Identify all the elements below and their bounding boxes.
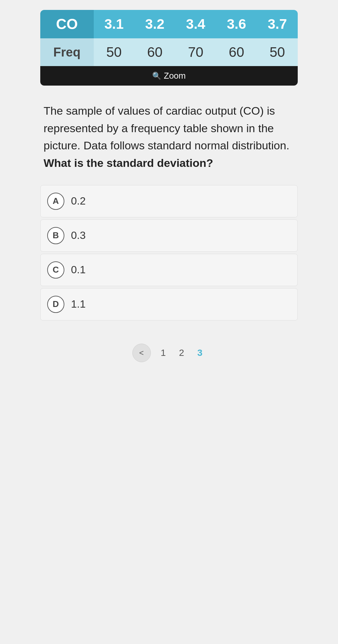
- option-row-d[interactable]: D 1.1: [40, 288, 298, 321]
- col-header-co: CO: [40, 10, 94, 38]
- nav-page-1[interactable]: 1: [157, 346, 169, 360]
- question-text: The sample of values of cardiac output (…: [40, 102, 298, 172]
- zoom-icon: 🔍: [152, 72, 161, 80]
- question-normal-text: The sample of values of cardiac output (…: [44, 104, 289, 152]
- option-row-a[interactable]: A 0.2: [40, 185, 298, 217]
- col-header-32: 3.2: [134, 10, 175, 38]
- table-data-row: Freq 50 60 70 60 50: [40, 38, 298, 66]
- col-header-37: 3.7: [257, 10, 298, 38]
- option-text-a: 0.2: [71, 195, 85, 207]
- option-circle-b: B: [47, 227, 64, 244]
- option-circle-d: D: [47, 296, 64, 313]
- col-header-36: 3.6: [216, 10, 257, 38]
- frequency-table: CO 3.1 3.2 3.4 3.6 3.7 Freq 50 60 70 60 …: [40, 10, 298, 86]
- option-row-c[interactable]: C 0.1: [40, 254, 298, 286]
- option-row-b[interactable]: B 0.3: [40, 219, 298, 252]
- row-cell-70: 70: [175, 38, 216, 66]
- data-table: CO 3.1 3.2 3.4 3.6 3.7 Freq 50 60 70 60 …: [40, 10, 298, 66]
- row-label-freq: Freq: [40, 38, 94, 66]
- option-text-d: 1.1: [71, 298, 85, 310]
- row-cell-60a: 60: [134, 38, 175, 66]
- zoom-label: Zoom: [164, 71, 186, 81]
- table-header-row: CO 3.1 3.2 3.4 3.6 3.7: [40, 10, 298, 38]
- option-circle-c: C: [47, 261, 64, 279]
- bottom-navigation: < 1 2 3: [40, 340, 298, 365]
- row-cell-50b: 50: [257, 38, 298, 66]
- col-header-34: 3.4: [175, 10, 216, 38]
- option-circle-a: A: [47, 193, 64, 210]
- nav-back-button[interactable]: <: [132, 344, 151, 362]
- nav-page-3[interactable]: 3: [194, 346, 206, 360]
- nav-page-2[interactable]: 2: [176, 346, 187, 360]
- col-header-31: 3.1: [94, 10, 135, 38]
- question-bold-text: What is the standard deviation?: [44, 157, 213, 169]
- zoom-bar[interactable]: 🔍 Zoom: [40, 66, 298, 86]
- option-text-b: 0.3: [71, 229, 85, 242]
- option-text-c: 0.1: [71, 264, 85, 276]
- options-container: A 0.2 B 0.3 C 0.1 D 1.1: [40, 185, 298, 321]
- row-cell-50a: 50: [94, 38, 135, 66]
- row-cell-60b: 60: [216, 38, 257, 66]
